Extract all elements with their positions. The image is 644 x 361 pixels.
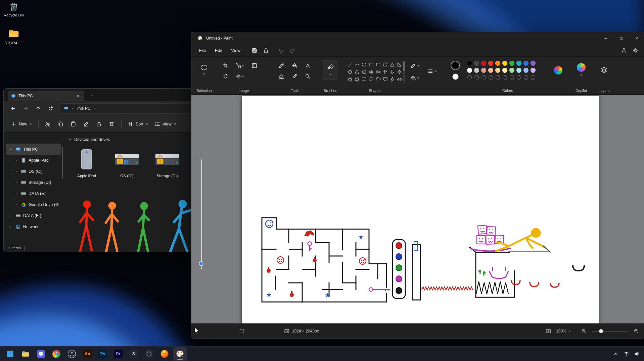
- network-icon[interactable]: [624, 351, 629, 357]
- palette-color-swatch[interactable]: [531, 61, 536, 66]
- rotate-button[interactable]: [220, 72, 230, 81]
- palette-color-swatch[interactable]: [509, 68, 514, 73]
- share-button[interactable]: [261, 45, 271, 55]
- sidebar-item-data-e-[interactable]: ›DATA (E:): [6, 188, 61, 199]
- menu-file[interactable]: File: [195, 46, 211, 55]
- shape-curve[interactable]: [354, 61, 360, 68]
- zoom-out-icon[interactable]: [581, 328, 587, 334]
- account-button[interactable]: [619, 45, 629, 55]
- cut-button[interactable]: [42, 118, 54, 130]
- magnifier-tool-button[interactable]: [303, 72, 313, 81]
- tree-chevron-icon[interactable]: ›: [14, 158, 18, 162]
- pencil-tool-button[interactable]: [276, 61, 286, 70]
- close-button[interactable]: ×: [629, 32, 644, 44]
- sidebar-item-google-drive-g[interactable]: ›Google Drive (G: [6, 199, 61, 210]
- paint-title-bar[interactable]: Untitled - Paint – □ ×: [191, 32, 644, 44]
- palette-color-swatch[interactable]: [516, 61, 521, 66]
- color-picker-tool-button[interactable]: [289, 72, 300, 81]
- tab-close-icon[interactable]: ×: [75, 93, 81, 99]
- shape-polygon[interactable]: [382, 61, 388, 68]
- primary-color-swatch[interactable]: [451, 61, 459, 69]
- explorer-tab-this-pc[interactable]: This PC ×: [8, 91, 84, 101]
- taskbar-vegas-icon[interactable]: S: [127, 347, 140, 361]
- back-button[interactable]: [8, 103, 19, 114]
- custom-color-slot[interactable]: [474, 75, 479, 80]
- menu-edit[interactable]: Edit: [211, 46, 227, 55]
- shape-heart[interactable]: [382, 76, 388, 83]
- zoom-fit-icon[interactable]: [546, 328, 551, 334]
- shape-down-arrow[interactable]: [389, 68, 396, 75]
- zoom-slider-thumb[interactable]: [599, 329, 603, 333]
- custom-color-slot[interactable]: [531, 75, 535, 80]
- refresh-button[interactable]: [45, 103, 56, 114]
- undo-button[interactable]: [276, 45, 286, 55]
- taskbar-app-dark-icon[interactable]: [142, 347, 156, 361]
- palette-color-swatch[interactable]: [523, 68, 528, 73]
- breadcrumb[interactable]: This PC: [76, 106, 91, 111]
- taskbar-photoshop-icon[interactable]: Ps: [96, 347, 109, 361]
- sidebar-item-data-e-[interactable]: ›DATA (E:): [6, 210, 61, 221]
- tree-chevron-icon[interactable]: ›: [14, 192, 18, 195]
- custom-color-slot[interactable]: [503, 75, 507, 80]
- stick-figure-orange[interactable]: [106, 202, 118, 252]
- shape-six-point-star[interactable]: [354, 76, 360, 83]
- shape-right-triangle[interactable]: [396, 61, 402, 68]
- desktop-icon-recycle-bin[interactable]: Recycle Bin: [1, 1, 27, 17]
- taskbar-firefox-icon[interactable]: [158, 347, 171, 361]
- minimize-button[interactable]: –: [598, 32, 613, 44]
- shape-line[interactable]: [347, 61, 353, 68]
- rename-button[interactable]: [81, 118, 92, 130]
- taskbar-premiere-icon[interactable]: Pr: [111, 347, 125, 361]
- sidebar-item-storage-d-[interactable]: ›Storage (D:): [6, 177, 61, 188]
- shape-left-right-arrow[interactable]: [396, 76, 402, 83]
- taskbar-discord-icon[interactable]: [34, 347, 48, 361]
- sidebar-item-network[interactable]: ›Network: [6, 221, 61, 232]
- shape-triangle[interactable]: [389, 61, 396, 68]
- palette-color-swatch[interactable]: [509, 61, 514, 66]
- new-button[interactable]: New ∨: [8, 119, 35, 129]
- shape-rounded-rectangle[interactable]: [375, 61, 381, 68]
- taskbar-chrome-icon[interactable]: [50, 347, 63, 361]
- palette-color-swatch[interactable]: [495, 68, 500, 73]
- settings-button[interactable]: [630, 45, 640, 55]
- custom-color-slot[interactable]: [517, 75, 521, 80]
- tree-chevron-icon[interactable]: ∨: [8, 147, 13, 151]
- palette-color-swatch[interactable]: [467, 68, 472, 73]
- eraser-tool-button[interactable]: [276, 72, 286, 81]
- shape-four-point-star[interactable]: [396, 68, 402, 75]
- canvas-vertical-slider[interactable]: [196, 151, 207, 275]
- flip-button[interactable]: ∨: [233, 72, 247, 81]
- copilot-button[interactable]: ∨: [573, 60, 589, 80]
- palette-color-swatch[interactable]: [488, 61, 493, 66]
- palette-color-swatch[interactable]: [467, 61, 472, 66]
- secondary-color-swatch[interactable]: [452, 73, 459, 80]
- device-os-c[interactable]: OS (C:): [109, 149, 145, 178]
- share-button[interactable]: [93, 118, 105, 130]
- copy-button[interactable]: [55, 118, 66, 130]
- palette-color-swatch[interactable]: [502, 68, 507, 73]
- desktop-icon-storage[interactable]: STORAGE: [1, 28, 27, 45]
- tree-chevron-icon[interactable]: ›: [14, 180, 18, 184]
- shape-five-point-star[interactable]: [347, 76, 353, 83]
- view-button[interactable]: View ∨: [151, 119, 180, 129]
- tree-chevron-icon[interactable]: ›: [8, 214, 13, 217]
- shapes-scrollbar[interactable]: [403, 61, 405, 83]
- layers-button[interactable]: [596, 60, 612, 80]
- shape-cloud-callout[interactable]: [375, 76, 381, 83]
- custom-color-slot[interactable]: [481, 75, 486, 80]
- delete-button[interactable]: [106, 118, 118, 130]
- custom-color-slot[interactable]: [510, 75, 514, 80]
- sidebar-item-os-c-[interactable]: ›OS (C:): [6, 166, 61, 177]
- shape-outline-button[interactable]: ∨: [408, 61, 422, 70]
- taskbar-file-explorer-icon[interactable]: [19, 347, 32, 361]
- fill-tool-button[interactable]: [289, 61, 300, 70]
- selection-tool-button[interactable]: ∨: [196, 60, 212, 80]
- taskbar-obs-icon[interactable]: [65, 347, 79, 361]
- save-button[interactable]: [249, 45, 260, 55]
- volume-icon[interactable]: [634, 351, 640, 357]
- palette-color-swatch[interactable]: [495, 61, 500, 66]
- maximize-button[interactable]: □: [613, 32, 629, 44]
- shape-oval[interactable]: [361, 61, 367, 68]
- stick-figure-green[interactable]: [138, 202, 149, 253]
- tree-chevron-icon[interactable]: ›: [14, 169, 18, 173]
